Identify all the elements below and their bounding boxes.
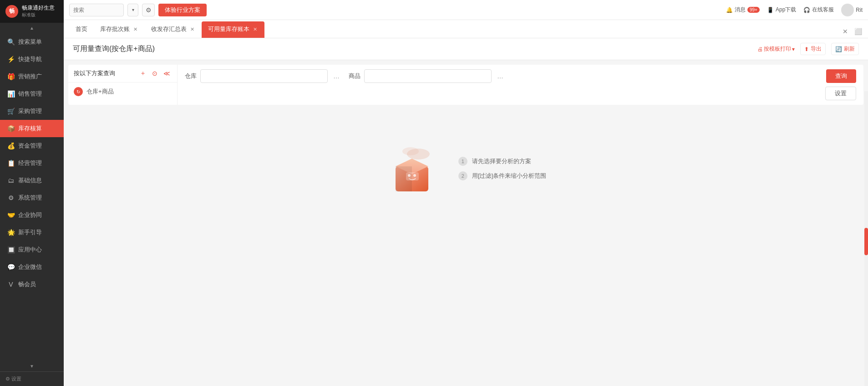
sidebar-item-marketing[interactable]: 🎁 营销推广 — [0, 68, 64, 85]
warehouse-field: 仓库 … — [185, 69, 341, 83]
query-button[interactable]: 查询 — [826, 69, 856, 83]
sidebar-item-vip[interactable]: V 畅会员 — [0, 276, 64, 293]
right-scrollbar[interactable] — [864, 91, 868, 386]
sidebar-item-quicknav[interactable]: ⚡ 快捷导航 — [0, 51, 64, 68]
industry-solution-button[interactable]: 体验行业方案 — [158, 4, 207, 16]
empty-hint-1: 1 请先选择要分析的方案 — [458, 157, 546, 166]
sidebar-item-finance[interactable]: 💰 资金管理 — [0, 137, 64, 154]
query-row-1: 仓库 … 商品 … — [185, 69, 814, 83]
collapse-scheme-button[interactable]: ≪ — [162, 68, 172, 78]
messages-badge: 99+ — [747, 7, 760, 13]
sidebar-item-operations[interactable]: 📋 经营管理 — [0, 154, 64, 172]
tab-batch[interactable]: 库存批次账 ✕ — [94, 21, 145, 38]
query-scheme-panel: 按以下方案查询 ＋ ⊙ ≪ ↻ 仓库+商品 — [68, 65, 178, 105]
hint-text-1: 请先选择要分析的方案 — [472, 157, 531, 165]
settings-button[interactable]: 设置 — [825, 87, 856, 100]
empty-hints: 1 请先选择要分析的方案 2 用[过滤]条件来缩小分析范围 — [458, 157, 546, 180]
topbar-settings-icon[interactable]: ⚙ — [142, 4, 155, 16]
mobile-icon: 📱 — [767, 7, 774, 13]
sidebar-item-corpwechat[interactable]: 💬 企业微信 — [0, 258, 64, 276]
hint-text-2: 用[过滤]条件来缩小分析范围 — [472, 172, 546, 180]
topbar-search-area — [69, 4, 124, 16]
warehouse-input[interactable] — [200, 69, 328, 83]
product-more-button[interactable]: … — [495, 71, 505, 81]
warehouse-more-button[interactable]: … — [331, 71, 341, 81]
system-icon: ⚙ — [7, 194, 15, 201]
scrollbar-thumb[interactable] — [864, 228, 868, 255]
add-scheme-button[interactable]: ＋ — [138, 68, 148, 78]
chart-icon: 📊 — [7, 90, 15, 98]
vip-icon: V — [7, 281, 15, 288]
print-template-button[interactable]: 🖨 按模板打印 ▾ — [757, 45, 795, 53]
tab-available-close[interactable]: ✕ — [252, 26, 258, 33]
user-profile[interactable]: Rit — [841, 4, 863, 16]
tab-summary[interactable]: 收发存汇总表 ✕ — [145, 21, 202, 38]
search-icon: 🔍 — [7, 38, 15, 46]
close-window-button[interactable]: ✕ — [841, 27, 850, 36]
svg-point-7 — [413, 174, 416, 177]
sidebar-scroll-up[interactable]: ▲ — [0, 23, 64, 33]
sidebar-brand-name: 畅康通好生意 — [22, 5, 55, 12]
tab-available[interactable]: 可用量库存账本 ✕ — [202, 21, 264, 38]
sidebar-item-search[interactable]: 🔍 搜索菜单 — [0, 33, 64, 51]
operations-icon: 📋 — [7, 160, 15, 167]
product-input[interactable] — [364, 69, 492, 83]
sidebar-scroll-down[interactable]: ▼ — [0, 361, 64, 371]
sidebar-footer[interactable]: ⚙ 设置 — [0, 371, 64, 386]
query-btn-area: 查询 设置 — [822, 65, 863, 105]
settings-scheme-button[interactable]: ⊙ — [150, 68, 160, 78]
headset-icon: 🎧 — [803, 7, 810, 13]
inventory-icon: 📦 — [7, 125, 15, 132]
sidebar-header: 畅 畅康通好生意 标准版 — [0, 0, 64, 23]
refresh-button[interactable]: 🔄 刷新 — [831, 43, 859, 55]
svg-point-1 — [402, 147, 419, 155]
page-content: 可用量查询(按仓库+商品) 🖨 按模板打印 ▾ ⬆ 导出 🔄 刷新 — [64, 38, 868, 386]
query-scheme-title: 按以下方案查询 — [74, 69, 115, 77]
product-field: 商品 … — [349, 69, 505, 83]
tabbar: 首页 库存批次账 ✕ 收发存汇总表 ✕ 可用量库存账本 ✕ ✕ ⬜ — [64, 20, 868, 38]
sidebar-item-purchase[interactable]: 🛒 采购管理 — [0, 103, 64, 120]
hint-number-1: 1 — [458, 157, 467, 166]
sidebar-item-newguide[interactable]: 🌟 新手引导 — [0, 224, 64, 241]
sidebar-brand-subtitle: 标准版 — [22, 12, 55, 18]
sidebar-item-enterprise[interactable]: 🤝 企业协同 — [0, 206, 64, 224]
refresh-icon: 🔄 — [835, 46, 842, 52]
page-header-actions: 🖨 按模板打印 ▾ ⬆ 导出 🔄 刷新 — [757, 43, 859, 55]
sidebar-logo: 畅 — [5, 5, 18, 18]
maximize-window-button[interactable]: ⬜ — [853, 27, 863, 36]
search-input[interactable] — [69, 4, 124, 16]
quicknav-icon: ⚡ — [7, 56, 15, 63]
empty-illustration — [386, 141, 440, 196]
sidebar-item-basics[interactable]: 🗂 基础信息 — [0, 172, 64, 189]
messages-button[interactable]: 🔔 消息 99+ — [726, 6, 760, 14]
app-download-button[interactable]: 📱 App下载 — [767, 6, 796, 14]
export-button[interactable]: ⬆ 导出 — [800, 43, 826, 55]
tab-summary-close[interactable]: ✕ — [189, 26, 195, 33]
page-title: 可用量查询(按仓库+商品) — [73, 44, 155, 54]
window-controls: ✕ ⬜ — [841, 27, 863, 38]
query-scheme-actions: ＋ ⊙ ≪ — [138, 68, 172, 78]
topbar-right-actions: 🔔 消息 99+ 📱 App下载 🎧 在线客服 Rit — [726, 4, 863, 16]
svg-point-6 — [408, 174, 411, 177]
finance-icon: 💰 — [7, 142, 15, 149]
guide-icon: 🌟 — [7, 229, 15, 236]
cart-icon: 🛒 — [7, 108, 15, 115]
sidebar-item-inventory[interactable]: 📦 库存核算 — [0, 120, 64, 137]
sidebar-item-sales[interactable]: 📊 销售管理 — [0, 85, 64, 103]
product-label: 商品 — [349, 72, 360, 80]
scheme-item-warehouse-product[interactable]: ↻ 仓库+商品 — [68, 82, 177, 101]
online-service-button[interactable]: 🎧 在线客服 — [803, 6, 834, 14]
sidebar-item-appcenter[interactable]: 🔲 应用中心 — [0, 241, 64, 258]
search-dropdown-button[interactable]: ▾ — [127, 4, 138, 16]
tab-home[interactable]: 首页 — [69, 21, 94, 38]
tab-batch-close[interactable]: ✕ — [132, 26, 138, 33]
bell-icon: 🔔 — [726, 7, 733, 13]
printer-icon: 🖨 — [757, 46, 763, 52]
export-icon: ⬆ — [804, 46, 809, 52]
query-fields: 仓库 … 商品 … — [178, 65, 822, 105]
hint-number-2: 2 — [458, 171, 467, 180]
app-icon: 🔲 — [7, 246, 15, 253]
query-area: 按以下方案查询 ＋ ⊙ ≪ ↻ 仓库+商品 仓库 — [68, 65, 863, 105]
empty-hint-2: 2 用[过滤]条件来缩小分析范围 — [458, 171, 546, 180]
sidebar-item-system[interactable]: ⚙ 系统管理 — [0, 189, 64, 206]
